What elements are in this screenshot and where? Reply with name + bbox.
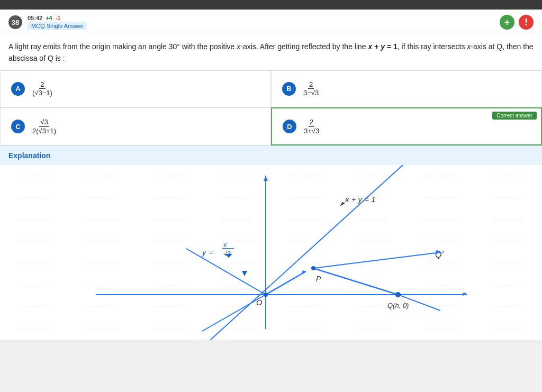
header-icons: + ! bbox=[500, 15, 534, 30]
svg-point-18 bbox=[264, 293, 268, 297]
option-b[interactable]: B 23−√3 bbox=[271, 70, 542, 107]
option-a-math: 2(√3−1) bbox=[31, 80, 53, 97]
svg-text:O: O bbox=[256, 298, 263, 307]
option-d-math: 23+√3 bbox=[303, 118, 320, 135]
option-a[interactable]: A 2(√3−1) bbox=[0, 70, 271, 107]
question-header: 38 05:42 +4 -1 MCQ Single Answer + ! bbox=[0, 10, 542, 33]
alert-button[interactable]: ! bbox=[519, 15, 534, 30]
svg-text:P: P bbox=[316, 275, 321, 283]
question-card: 38 05:42 +4 -1 MCQ Single Answer + ! A l… bbox=[0, 10, 542, 340]
timing-row: 05:42 +4 -1 bbox=[28, 15, 87, 21]
svg-line-6 bbox=[266, 271, 306, 295]
svg-text:x + y = 1: x + y = 1 bbox=[345, 195, 376, 204]
question-meta: 38 05:42 +4 -1 MCQ Single Answer bbox=[8, 15, 87, 30]
option-d[interactable]: Correct answer D 23+√3 bbox=[271, 107, 542, 145]
option-c-letter: C bbox=[11, 120, 25, 133]
question-timing: 05:42 +4 -1 MCQ Single Answer bbox=[28, 15, 87, 30]
add-button[interactable]: + bbox=[500, 15, 514, 30]
question-text: A light ray emits from the origin making… bbox=[0, 33, 542, 70]
question-type-badge: MCQ Single Answer bbox=[28, 22, 87, 30]
correct-answer-badge: Correct answer bbox=[492, 112, 537, 120]
question-type-row: MCQ Single Answer bbox=[28, 21, 87, 30]
explanation-diagram: ExamGoal.COM ExamGoal.COM ExamGoal.COM E… bbox=[0, 165, 542, 340]
svg-marker-26 bbox=[242, 271, 247, 276]
timing-time: 05:42 bbox=[28, 15, 42, 21]
timing-marks-neg: -1 bbox=[56, 15, 61, 21]
svg-point-20 bbox=[395, 292, 401, 297]
svg-line-11 bbox=[313, 268, 398, 295]
svg-marker-3 bbox=[264, 176, 268, 181]
explanation-label: Explanation bbox=[0, 145, 542, 165]
svg-text:y =: y = bbox=[202, 248, 213, 257]
option-c[interactable]: C √32(√3+1) bbox=[0, 107, 271, 145]
option-a-letter: A bbox=[11, 82, 25, 96]
svg-line-13 bbox=[313, 252, 440, 268]
option-b-letter: B bbox=[282, 82, 296, 96]
svg-marker-28 bbox=[340, 202, 345, 206]
option-c-math: √32(√3+1) bbox=[31, 118, 57, 135]
options-grid: A 2(√3−1) B 23−√3 C √32(√3+1) Correct an… bbox=[0, 70, 542, 145]
top-navigation-bar bbox=[0, 0, 542, 10]
svg-text:x: x bbox=[223, 241, 227, 249]
option-d-letter: D bbox=[283, 120, 296, 133]
timing-marks-plus: +4 bbox=[46, 15, 52, 21]
question-number: 38 bbox=[8, 15, 22, 29]
svg-text:Q(h, 0): Q(h, 0) bbox=[387, 302, 409, 309]
svg-point-16 bbox=[311, 266, 315, 270]
option-b-math: 23−√3 bbox=[302, 80, 320, 97]
diagram-svg: Q' P O Q(h, 0) y = x √3 bbox=[0, 165, 542, 340]
